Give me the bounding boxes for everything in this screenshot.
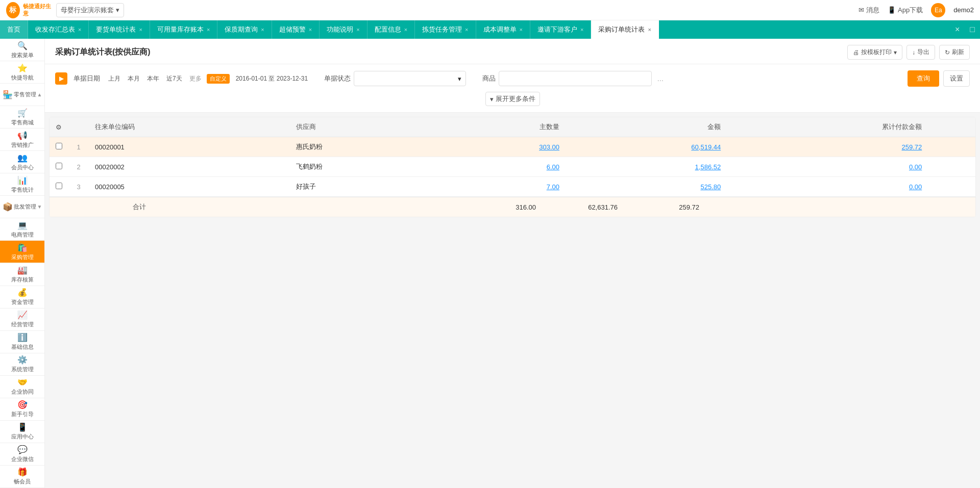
tab-home[interactable]: 首页 (0, 20, 28, 39)
layout: 🔍 搜索菜单 ⭐ 快捷导航 🏪 零售管理 ▲ 🛒 零售商城 📢 营销推广 👥 会… (0, 39, 980, 488)
table-header: ⚙ 往来单位编码 供应商 主数量 金额 累计付款金额 (50, 117, 975, 137)
status-select[interactable]: ▾ (354, 71, 466, 86)
sidebar-item-ecommerce[interactable]: 💻 电商管理 (0, 218, 44, 241)
goods-more-icon[interactable]: … (655, 75, 666, 83)
tab-goods-stat-close-icon[interactable]: × (139, 27, 142, 33)
sidebar-item-enterprise-wechat[interactable]: 💬 企业微信 (0, 443, 44, 466)
date-shortcut-this-month[interactable]: 本月 (126, 73, 142, 84)
tab-maximize-icon[interactable]: □ (965, 25, 980, 34)
settings-button[interactable]: 设置 (943, 70, 970, 87)
row2-extra (928, 157, 975, 177)
date-shortcut-last-month[interactable]: 上月 (106, 73, 122, 84)
sidebar-item-members[interactable]: 👥 会员中心 (0, 151, 44, 173)
user-avatar[interactable]: Ea (931, 3, 945, 17)
tab-invite-downstream-close-icon[interactable]: × (580, 27, 583, 33)
sidebar-item-new-guide[interactable]: 🎯 新手引导 (0, 398, 44, 421)
tab-collect-send[interactable]: 收发存汇总表 × (28, 20, 89, 39)
tab-purchase-stat-close-icon[interactable]: × (648, 27, 651, 33)
filter-toggle-button[interactable]: ▶ (55, 72, 67, 85)
footer-label: 合计 (88, 202, 190, 212)
row1-check[interactable] (56, 143, 62, 149)
row3-check[interactable] (56, 183, 62, 189)
date-shortcut-more[interactable]: 更多 (187, 73, 204, 84)
tab-close-all-icon[interactable]: × (950, 25, 965, 34)
query-button[interactable]: 查询 (908, 70, 939, 87)
wholesale-arrow-icon: ▼ (37, 204, 42, 210)
row1-checkbox[interactable] (50, 137, 68, 157)
more-filters-button[interactable]: ▾ 展开更多条件 (485, 92, 540, 106)
tab-inventory[interactable]: 可用量库存账本 × (150, 20, 217, 39)
row2-amount[interactable]: 1,586.52 (566, 157, 727, 177)
col-settings[interactable]: ⚙ (50, 117, 68, 137)
date-shortcut-this-year[interactable]: 本年 (145, 73, 161, 84)
footer-amount: 62,631.76 (542, 203, 624, 211)
app-download-button[interactable]: 📱 App下载 (888, 6, 923, 15)
sidebar-item-system[interactable]: ⚙️ 系统管理 (0, 353, 44, 376)
sidebar-item-marketing[interactable]: 📢 营销推广 (0, 129, 44, 151)
custom-date-badge[interactable]: 自定义 (207, 74, 230, 84)
tab-config-close-icon[interactable]: × (404, 27, 407, 33)
workspace-selector[interactable]: 母婴行业演示账套 ▾ (56, 3, 124, 17)
tab-pick-task[interactable]: 拣货任务管理 × (415, 20, 476, 39)
sidebar-item-inventory-check[interactable]: 🏭 库存核算 (0, 263, 44, 286)
status-select-chevron-icon: ▾ (458, 75, 461, 83)
export-button[interactable]: ↓ 导出 (906, 45, 935, 60)
row2-check[interactable] (56, 163, 62, 169)
tab-expiry[interactable]: 保质期查询 × (217, 20, 272, 39)
tab-invite-downstream[interactable]: 邀请下游客户 × (530, 20, 591, 39)
new-guide-icon: 🎯 (17, 400, 28, 409)
print-button[interactable]: 🖨 按模板打印 ▾ (847, 45, 902, 60)
row3-paid-amount[interactable]: 0.00 (727, 177, 928, 197)
sidebar-item-basic-info[interactable]: ℹ️ 基础信息 (0, 331, 44, 353)
tab-config-label: 配置信息 (375, 25, 401, 34)
row2-paid-amount[interactable]: 0.00 (727, 157, 928, 177)
tab-purchase-stat[interactable]: 采购订单统计表 × (591, 20, 658, 39)
sidebar-item-purchase[interactable]: 🛍️ 采购管理 (0, 241, 44, 263)
sidebar-item-enterprise[interactable]: 🤝 企业协同 (0, 376, 44, 398)
row1-amount[interactable]: 60,519.44 (566, 137, 727, 157)
row3-amount[interactable]: 525.80 (566, 177, 727, 197)
logo-area: 标 畅捷通好生意 (6, 2, 51, 18)
sidebar-item-app-center[interactable]: 📱 应用中心 (0, 421, 44, 443)
tab-cost-adjust[interactable]: 成本调整单 × (476, 20, 530, 39)
row3-checkbox[interactable] (50, 177, 68, 197)
username-label[interactable]: demo2 (953, 6, 974, 14)
tab-goods-stat[interactable]: 要货单统计表 × (89, 20, 150, 39)
date-shortcut-7days[interactable]: 近7天 (164, 73, 184, 84)
tab-expiry-close-icon[interactable]: × (261, 27, 264, 33)
date-shortcuts: 上月 本月 本年 近7天 更多 自定义 (106, 73, 230, 84)
logo-char: 标 (9, 6, 16, 15)
message-button[interactable]: ✉ 消息 (859, 6, 879, 15)
row2-checkbox[interactable] (50, 157, 68, 177)
goods-input[interactable] (499, 71, 652, 86)
tab-collect-send-close-icon[interactable]: × (78, 27, 81, 33)
row3-quantity[interactable]: 7.00 (440, 177, 566, 197)
tab-inventory-close-icon[interactable]: × (207, 27, 210, 33)
ecommerce-icon: 💻 (17, 220, 28, 230)
tab-overstock-close-icon[interactable]: × (309, 27, 312, 33)
tab-func-desc[interactable]: 功能说明 × (320, 20, 367, 39)
refresh-label: 刷新 (952, 48, 964, 57)
sidebar-item-search[interactable]: 🔍 搜索菜单 (0, 39, 44, 61)
sidebar-item-retail-mall[interactable]: 🛒 零售商城 (0, 106, 44, 129)
tab-overstock[interactable]: 超储预警 × (272, 20, 320, 39)
sidebar-item-retail[interactable]: 🏪 零售管理 ▲ (0, 84, 44, 106)
sidebar-item-member-plan[interactable]: 🎁 畅会员 (0, 466, 44, 488)
tab-config[interactable]: 配置信息 × (368, 20, 415, 39)
export-icon: ↓ (912, 49, 915, 56)
sidebar-item-wholesale[interactable]: 📦 批发管理 ▼ (0, 196, 44, 218)
tab-pick-task-close-icon[interactable]: × (465, 27, 468, 33)
refresh-button[interactable]: ↻ 刷新 (939, 45, 970, 60)
tab-cost-adjust-close-icon[interactable]: × (520, 27, 523, 33)
sidebar-item-finance[interactable]: 💰 资金管理 (0, 286, 44, 309)
row1-paid-amount[interactable]: 259.72 (727, 137, 928, 157)
tab-inventory-label: 可用量库存账本 (157, 25, 204, 34)
row2-quantity[interactable]: 6.00 (440, 157, 566, 177)
row1-quantity[interactable]: 303.00 (440, 137, 566, 157)
row1-extra (928, 137, 975, 157)
sidebar-item-quick-nav[interactable]: ⭐ 快捷导航 (0, 61, 44, 84)
sidebar-item-operations[interactable]: 📈 经营管理 (0, 309, 44, 331)
sidebar-item-retail-stat[interactable]: 📊 零售统计 (0, 173, 44, 196)
app-download-icon: 📱 (888, 6, 896, 14)
tab-func-desc-close-icon[interactable]: × (356, 27, 359, 33)
